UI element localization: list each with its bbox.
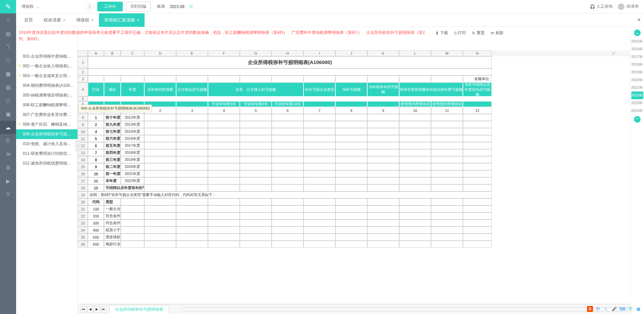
sheet-tab[interactable]: 企业所得税弥补亏损明细表	[109, 305, 169, 314]
nav-report-icon[interactable]: ▨	[0, 80, 16, 94]
cell[interactable]	[463, 198, 492, 205]
cell[interactable]	[431, 128, 463, 135]
cell[interactable]: I	[304, 50, 335, 56]
year-option[interactable]: 2015年	[631, 38, 643, 45]
consult-link[interactable]: 🎧 人工咨询	[590, 4, 612, 9]
cell[interactable]	[272, 170, 304, 177]
row-header[interactable]: 18	[78, 184, 88, 191]
year-option[interactable]: 2024年	[631, 107, 643, 115]
cell[interactable]	[144, 212, 176, 219]
row-header[interactable]: 14	[78, 156, 88, 163]
cell[interactable]	[121, 205, 144, 212]
cell[interactable]: 10	[399, 107, 431, 114]
row-header[interactable]: 20	[78, 198, 88, 205]
cell[interactable]	[144, 142, 176, 149]
row-header[interactable]: 16	[78, 170, 88, 177]
cell[interactable]: E	[176, 50, 208, 56]
cell[interactable]: 当年亏损额	[335, 82, 367, 97]
row-header[interactable]: 19	[78, 191, 88, 198]
cell[interactable]: K	[367, 50, 399, 56]
cell[interactable]	[208, 142, 240, 149]
close-icon[interactable]: ×	[137, 18, 139, 22]
cell[interactable]	[399, 241, 431, 248]
cell[interactable]: 7	[304, 107, 335, 114]
cell[interactable]: 4	[88, 128, 104, 135]
nav-calendar-icon[interactable]: ▣	[0, 107, 16, 121]
row-header[interactable]: 4	[78, 82, 88, 97]
cell[interactable]	[399, 75, 431, 82]
cell[interactable]	[335, 114, 367, 121]
cell[interactable]	[335, 149, 367, 156]
nav-video-icon[interactable]: ▶	[0, 174, 16, 188]
cell[interactable]	[176, 234, 208, 241]
print-button[interactable]: ⎙打印	[454, 30, 466, 36]
cell[interactable]	[431, 219, 463, 227]
cell[interactable]: 5	[240, 107, 272, 114]
list-item[interactable]: 009-企业所得税弥补亏损明...	[16, 129, 77, 139]
cell[interactable]	[463, 114, 492, 121]
cell[interactable]: 说明：第6列"弥补亏损企业类型"需要手动输入对应代码，代码对应关系如下：	[88, 191, 492, 198]
cell[interactable]: 6	[272, 107, 304, 114]
cell[interactable]: 2016年度	[121, 135, 144, 142]
cell[interactable]	[367, 121, 399, 128]
cell[interactable]	[208, 75, 240, 82]
cell[interactable]	[335, 121, 367, 128]
cell[interactable]	[399, 212, 431, 219]
year-option[interactable]: 2018年	[631, 61, 643, 68]
cell[interactable]: 7	[88, 149, 104, 156]
cell[interactable]	[304, 170, 335, 177]
cell[interactable]	[88, 68, 492, 75]
cell[interactable]: 前九年度	[104, 121, 121, 128]
workbench-button[interactable]: 工作台	[97, 2, 123, 11]
cell[interactable]	[367, 163, 399, 170]
cell[interactable]	[367, 142, 399, 149]
cell[interactable]	[144, 198, 176, 205]
cell[interactable]	[240, 177, 272, 184]
list-item[interactable]: 005-纳税调整项目明细表(A...	[16, 90, 77, 100]
tab-税表清册[interactable]: 税表清册×	[38, 13, 71, 27]
cell[interactable]: 企业所得税弥补亏损明细表(A106000)	[88, 56, 492, 68]
tab-所得税汇算清缴[interactable]: 所得税汇算清缴×	[99, 13, 145, 27]
cell[interactable]: 12	[88, 184, 104, 191]
cell[interactable]	[431, 163, 463, 170]
cell[interactable]: C	[121, 50, 144, 56]
cell[interactable]: 2013年度	[121, 121, 144, 128]
cell[interactable]	[335, 156, 367, 163]
row-header[interactable]: 2	[78, 68, 88, 75]
cell[interactable]	[272, 234, 304, 241]
user-menu[interactable]: 徐泽华	[618, 3, 639, 10]
row-header[interactable]: 17	[78, 177, 88, 184]
switch-old-button[interactable]: 切到旧版	[126, 2, 151, 11]
cell[interactable]: 可弥补年限10年	[272, 101, 304, 107]
cell[interactable]	[121, 234, 144, 241]
cell[interactable]: 2018年度	[121, 149, 144, 156]
cell[interactable]: 用本年度所得额弥补的以前年度亏损额	[399, 82, 463, 97]
download-button[interactable]: ⬇下载	[435, 30, 448, 36]
cell[interactable]	[335, 75, 367, 82]
cell[interactable]	[463, 177, 492, 184]
cell[interactable]: 可弥补年限5年	[208, 101, 240, 107]
cell[interactable]	[463, 128, 492, 135]
cell[interactable]	[176, 241, 208, 248]
cell[interactable]	[176, 114, 208, 121]
cell[interactable]	[240, 234, 272, 241]
cell[interactable]	[144, 135, 176, 142]
cell[interactable]	[272, 205, 304, 212]
cell[interactable]	[208, 219, 240, 227]
cell[interactable]	[208, 198, 240, 205]
cell[interactable]	[304, 142, 335, 149]
ime-punct-icon[interactable]: •,	[603, 306, 609, 312]
cell[interactable]	[399, 114, 431, 121]
row-header[interactable]: 9	[78, 121, 88, 128]
list-item[interactable]: ⚠008-资产折旧、摊销及纳税...	[16, 120, 77, 129]
cell[interactable]	[272, 219, 304, 227]
cell[interactable]	[176, 149, 208, 156]
cell[interactable]	[240, 184, 272, 191]
cell[interactable]: 类型	[104, 198, 121, 205]
cell[interactable]	[272, 121, 304, 128]
cell[interactable]: A	[88, 50, 104, 56]
cell[interactable]	[367, 128, 399, 135]
cell[interactable]	[240, 198, 272, 205]
row-header[interactable]: 8	[78, 114, 88, 121]
cell[interactable]: 符合条件的高新技术企业	[104, 212, 121, 219]
